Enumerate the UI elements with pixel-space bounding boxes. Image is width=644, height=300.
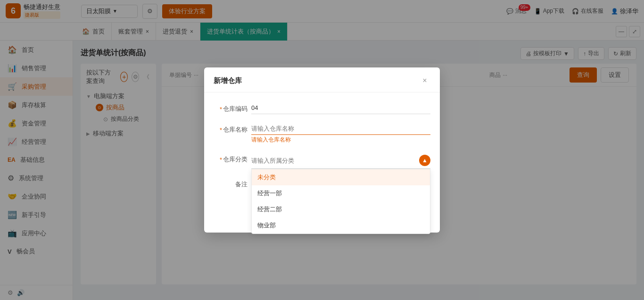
- dropdown-option-dept1[interactable]: 经营一部: [252, 185, 430, 201]
- form-row-name: * 仓库名称 请输入仓库名称: [214, 123, 430, 144]
- modal-header: 新增仓库 ×: [204, 67, 440, 92]
- dropdown-option-unclassified[interactable]: 未分类: [252, 169, 430, 185]
- code-field-wrap: [251, 102, 430, 114]
- name-field-wrap: 请输入仓库名称: [251, 123, 430, 144]
- code-input[interactable]: [251, 102, 430, 114]
- modal-close-button[interactable]: ×: [419, 75, 430, 86]
- dropdown-option-dept2[interactable]: 经营二部: [252, 201, 430, 217]
- chevron-up-icon: ▲: [422, 157, 428, 164]
- modal-title: 新增仓库: [214, 76, 242, 85]
- name-error-msg: 请输入仓库名称: [251, 136, 430, 144]
- code-label: * 仓库编码: [214, 102, 251, 113]
- form-row-code: * 仓库编码: [214, 102, 430, 114]
- modal-overlay: 新增仓库 × * 仓库编码 * 仓库名称: [0, 0, 644, 300]
- category-label: * 仓库分类: [214, 152, 251, 164]
- form-row-category: * 仓库分类 ▲ 未分类 经营一部: [214, 152, 430, 169]
- name-input[interactable]: [251, 123, 430, 135]
- category-field-wrap: ▲ 未分类 经营一部 经营二部 物业: [251, 152, 430, 169]
- name-label: * 仓库名称: [214, 123, 251, 134]
- category-dropdown-list: 未分类 经营一部 经营二部 物业部: [251, 169, 430, 234]
- category-input[interactable]: [251, 157, 419, 164]
- category-dropdown-row: ▲: [251, 152, 430, 169]
- add-warehouse-modal: 新增仓库 × * 仓库编码 * 仓库名称: [204, 67, 440, 233]
- dropdown-option-property[interactable]: 物业部: [252, 217, 430, 233]
- modal-body: * 仓库编码 * 仓库名称 请输入仓库名称: [204, 92, 440, 194]
- dropdown-toggle-button[interactable]: ▲: [419, 155, 430, 166]
- note-label: 备注: [214, 177, 251, 189]
